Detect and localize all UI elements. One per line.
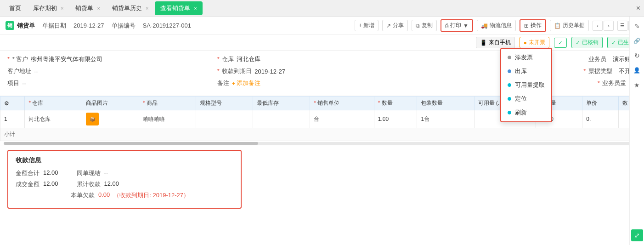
expand-sidebar-icon[interactable]: ⤢ <box>631 229 643 241</box>
dropdown-available-extract[interactable]: 可用量提取 <box>501 78 551 92</box>
phone-label: 来自手机 <box>489 39 511 46</box>
tab-check-close[interactable]: × <box>194 6 197 11</box>
copy-label: 复制 <box>422 22 433 29</box>
col-unit: * 销售单位 <box>310 97 374 110</box>
note-label: 备注 <box>217 79 229 87</box>
link-sidebar-icon[interactable]: 🔗 <box>631 35 643 47</box>
new-btn[interactable]: + 新增 <box>355 20 378 31</box>
salesperson2-label: * 业务员孟 <box>598 79 627 87</box>
col-quantity: * 数量 <box>374 97 417 110</box>
tab-history-label: 销货单历史 <box>112 4 142 12</box>
tab-sales-close[interactable]: × <box>97 6 100 11</box>
expand-icon: ⤢ <box>634 232 640 239</box>
refresh-sidebar-icon[interactable]: ↻ <box>631 50 643 62</box>
row-product-name: 嘻嘻嘻嘻 <box>139 110 196 128</box>
cumulative-label: 累计收款 <box>77 180 101 188</box>
phone-icon: 📱 <box>480 40 487 46</box>
product-thumbnail: 📦 <box>86 113 99 125</box>
logistics-btn[interactable]: 🚚 物流信息 <box>477 20 516 31</box>
add-invoice-label: 添发票 <box>515 53 533 62</box>
payment-row-2: 成交金额 12.00 累计收款 12.00 <box>16 180 233 188</box>
share-label: 分享 <box>393 22 404 29</box>
tab-inventory-init[interactable]: 库存期初 × <box>28 1 69 15</box>
phone-source-btn[interactable]: 📱 来自手机 <box>476 37 515 48</box>
tab-sales-history[interactable]: 销货单历史 × <box>107 1 154 15</box>
add-note-label: 添加备注 <box>237 79 260 87</box>
operations-icon: ⊞ <box>524 23 529 29</box>
main-content: 销 销货单 单据日期 2019-12-27 单据编号 SA-20191227-0… <box>0 17 644 245</box>
operations-btn[interactable]: ⊞ 操作 <box>520 19 546 32</box>
user-icon: 👤 <box>633 67 640 74</box>
warehouse-label: * 仓库 <box>217 55 234 63</box>
check-icon: ✓ <box>558 40 563 46</box>
add-note-btn[interactable]: + 添加备注 <box>232 79 261 87</box>
add-note-icon: + <box>232 80 236 87</box>
dropdown-locate[interactable]: 定位 <box>501 92 551 106</box>
print-icon: ⎙ <box>445 23 448 29</box>
dropdown-add-invoice[interactable]: 添发票 <box>501 51 551 64</box>
payment-title: 收款信息 <box>16 156 233 165</box>
verified-check: ✓ <box>576 40 580 46</box>
available-extract-dot <box>508 83 511 87</box>
subtotal-label: 小计 <box>0 128 644 141</box>
print-arrow: ▼ <box>463 23 469 29</box>
doc-toolbar: 销 销货单 单据日期 2019-12-27 单据编号 SA-20191227-0… <box>0 17 644 35</box>
tab-home[interactable]: 首页 <box>4 1 27 15</box>
transaction-label: 成交金额 <box>16 180 40 188</box>
due-date-field: * 收款到期日 2019-12-27 <box>217 67 427 75</box>
star-sidebar-icon[interactable]: ★ <box>631 79 643 91</box>
col-product: * 商品 <box>139 97 196 110</box>
outbound-label: 出库 <box>515 67 527 75</box>
list-view-btn[interactable]: ☰ <box>617 21 627 31</box>
payment-info-box: 收款信息 金额合计 12.00 同单现结 -- 成交金额 12.00 累计收款 <box>7 150 242 209</box>
add-invoice-dot <box>508 56 511 59</box>
outstanding-item: 本单欠款 0.00 （收款到期日: 2019-12-27） <box>71 191 189 199</box>
customer-value: 柳州粤港平安气体有限公司 <box>31 55 102 63</box>
dropdown-outbound[interactable]: 出库 <box>501 64 551 78</box>
row-unit-price: 0. <box>582 110 618 128</box>
next-arrow[interactable]: › <box>604 21 614 31</box>
col-gear[interactable]: ⚙ <box>0 97 25 110</box>
history-label: 历史单据 <box>563 22 585 29</box>
close-window-btn[interactable]: × <box>636 4 640 12</box>
note-field: 备注 + 添加备注 <box>217 79 427 87</box>
tab-check-sales[interactable]: 查看销货单 × <box>155 1 202 15</box>
print-btn[interactable]: ⎙ 打印 ▼ <box>441 19 473 32</box>
due-date-value: 2019-12-27 <box>254 68 285 75</box>
print-label: 打印 <box>450 22 461 29</box>
verified-btn[interactable]: ✓ 已核销 <box>571 37 603 48</box>
tab-history-close[interactable]: × <box>146 6 148 11</box>
check-btn[interactable]: ✓ <box>554 38 567 48</box>
copy-btn[interactable]: ⧉ 复制 <box>412 20 437 31</box>
project-field: 项目 -- <box>7 79 217 87</box>
share-icon: ↗ <box>386 23 391 29</box>
user-sidebar-icon[interactable]: 👤 <box>631 64 643 76</box>
col-package-qty: 包装数量 <box>417 97 474 110</box>
edit-sidebar-icon[interactable]: ✎ <box>631 20 643 32</box>
scrollbar-thumb <box>4 142 258 145</box>
dropdown-refresh[interactable]: 刷新 <box>501 106 551 120</box>
row-min-stock <box>253 110 310 128</box>
prev-arrow[interactable]: ‹ <box>593 21 603 31</box>
not-invoiced-btn[interactable]: ● 未开票 <box>520 37 549 48</box>
tab-sales-order[interactable]: 销货单 × <box>70 1 105 15</box>
tab-inventory-close[interactable]: × <box>61 6 63 11</box>
customer-field: * * 客户 柳州粤港平安气体有限公司 <box>7 55 217 63</box>
history-btn[interactable]: 📋 历史单据 <box>550 20 589 31</box>
scrollbar-track[interactable] <box>4 142 640 145</box>
total-amount-label: 金额合计 <box>16 169 40 177</box>
doc-type-label: 销货单 <box>17 22 35 30</box>
address-value: -- <box>34 68 38 75</box>
effective-check: ✓ <box>611 40 616 46</box>
share-btn[interactable]: ↗ 分享 <box>382 20 408 31</box>
outstanding-value: 0.00 <box>98 191 110 199</box>
transaction-value: 12.00 <box>43 180 58 188</box>
refresh-label: 刷新 <box>515 108 527 117</box>
salesperson-label: 业务员 <box>588 55 606 63</box>
project-label: 项目 <box>7 79 19 87</box>
subtotal-row: 小计 <box>0 128 644 141</box>
tab-sales-label: 销货单 <box>75 4 93 12</box>
tab-inventory-label: 库存期初 <box>33 4 57 12</box>
col-min-stock: 最低库存 <box>253 97 310 110</box>
doc-title: 销 销货单 <box>6 21 35 30</box>
